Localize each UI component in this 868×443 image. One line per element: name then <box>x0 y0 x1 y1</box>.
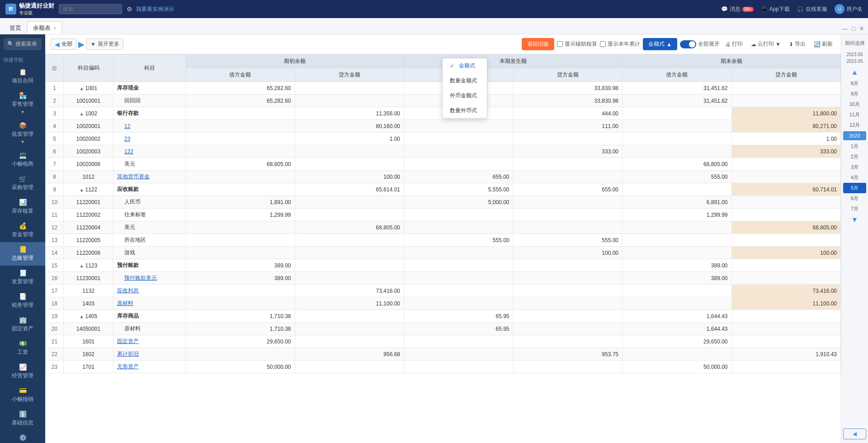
month-item[interactable]: 2月 <box>843 152 866 162</box>
month-item[interactable]: 5月 <box>843 183 866 193</box>
table-row-amount <box>623 285 732 297</box>
table-row-name[interactable]: 23 <box>113 133 186 145</box>
table-row-amount <box>513 323 623 335</box>
sidebar-item-basic-info[interactable]: ℹ️ 基础信息 <box>0 407 45 430</box>
th-settings[interactable]: ⚙ <box>46 55 64 82</box>
expand-more-btn[interactable]: ▼ 展开更多 <box>86 38 123 50</box>
table-row-num: 13 <box>46 234 64 247</box>
download-btn[interactable]: 📱 App下载 <box>761 5 790 13</box>
refresh-btn[interactable]: 🔄 刷新 <box>811 38 835 50</box>
table-row-amount <box>731 234 841 247</box>
window-maximize-btn[interactable]: □ <box>852 25 855 32</box>
tab-close-icon[interactable]: × <box>53 25 56 31</box>
table-row-amount <box>295 82 404 95</box>
export-btn[interactable]: ⬇ 导出 <box>786 38 808 50</box>
sidebar-search-btn[interactable]: 🔍 搜索菜单 <box>4 38 42 50</box>
table-row-amount <box>623 145 732 158</box>
sidebar-item-payroll[interactable]: 💵 工资 <box>0 336 45 360</box>
dropdown-item-qty-foreign[interactable]: 数量外币式 <box>443 103 487 118</box>
table-row-name[interactable]: 其他货币资金 <box>113 171 186 183</box>
table-row-amount: 33,830.98 <box>513 82 623 95</box>
dropdown-item-qty-amount[interactable]: 数量金额式 <box>443 73 487 88</box>
table-row-name[interactable]: 无形资产 <box>113 361 186 373</box>
table-row-amount: 50,000.00 <box>623 361 732 373</box>
amount-mode-dropdown: 金额式 数量金额式 外币金额式 数量外币式 <box>442 58 487 119</box>
table-row-amount <box>404 145 514 158</box>
table-row-name[interactable]: 固定资产 <box>113 335 186 348</box>
sidebar-item-operations[interactable]: 📈 经营管理 <box>0 360 45 383</box>
month-item[interactable]: 1月 <box>843 141 866 152</box>
month-item[interactable]: 2023 <box>843 131 866 140</box>
table-row-name[interactable]: 累计折旧 <box>113 348 186 361</box>
nav-down-btn[interactable]: ▼ <box>843 214 866 226</box>
tab-home[interactable]: 首页 <box>4 21 27 34</box>
expand-all-btn[interactable]: 全部展开 <box>680 40 720 48</box>
table-row-amount <box>513 196 623 209</box>
table-row-name[interactable]: 122 <box>113 145 186 158</box>
month-item[interactable]: 4月 <box>843 172 866 183</box>
table-row-num: 16 <box>46 272 64 285</box>
sidebar-item-retail[interactable]: 🏪 零售管理 ▼ <box>0 88 45 118</box>
message-btn[interactable]: 💬 消息 99+ <box>721 5 754 13</box>
system-icon: ⚙️ <box>19 434 27 441</box>
month-item[interactable]: 3月 <box>843 162 866 172</box>
table-row-amount <box>186 133 295 145</box>
table-row-amount: 73,416.00 <box>731 285 841 297</box>
sidebar-item-ledger[interactable]: 📒 总账管理 <box>0 242 45 266</box>
show-auxiliary-check[interactable]: 显示辅助核算 <box>557 40 597 48</box>
sidebar-item-assets[interactable]: 🏢 固定资产 <box>0 313 45 336</box>
month-item[interactable]: 7月 <box>843 204 866 214</box>
sidebar-item-wholesale[interactable]: 📦 批发管理 ▼ <box>0 118 45 148</box>
service-btn[interactable]: 🎧 在线客服 <box>797 5 827 13</box>
ytd-checkbox[interactable] <box>600 41 606 47</box>
month-item[interactable]: 9月 <box>843 89 866 99</box>
month-item[interactable]: 12月 <box>843 120 866 130</box>
table-row-name: 原材料 <box>113 323 186 335</box>
sidebar-item-expense[interactable]: 💳 小畅报销 <box>0 383 45 407</box>
breadcrumb-all-btn[interactable]: ◀ 全部 <box>51 38 76 50</box>
user-btn[interactable]: U 用户名 <box>835 4 863 14</box>
window-close-btn[interactable]: ✕ <box>859 25 864 32</box>
back-old-version-btn[interactable]: 退回旧版 <box>522 38 554 50</box>
sidebar-item-inventory[interactable]: 📊 库存核算 <box>0 195 45 219</box>
gear-icon[interactable]: ⚙ <box>127 5 132 13</box>
table-row-amount: 1,891.00 <box>186 196 295 209</box>
table-row-name[interactable]: 应收利息 <box>113 285 186 297</box>
sidebar-item-invoice[interactable]: 🧾 发票管理 <box>0 266 45 289</box>
expand-toggle[interactable] <box>680 40 696 48</box>
search-input[interactable] <box>59 4 122 14</box>
table-row-name[interactable]: 原材料 <box>113 297 186 310</box>
nav-up-btn[interactable]: ▲ <box>843 67 866 78</box>
print-btn[interactable]: 🖨 打印 <box>722 38 745 50</box>
contract-icon: 📋 <box>19 68 27 76</box>
sidebar-item-funds[interactable]: 💰 资金管理 <box>0 219 45 242</box>
sidebar-item-purchase[interactable]: 🛒 采购管理 <box>0 171 45 195</box>
auxiliary-checkbox[interactable] <box>557 41 563 47</box>
month-item[interactable]: 11月 <box>843 110 866 120</box>
tab-balance[interactable]: 余额表 × <box>27 21 62 34</box>
cloud-print-btn[interactable]: ☁ 云打印 ▼ <box>748 38 783 50</box>
table-row-name[interactable]: 12 <box>113 120 186 133</box>
month-item[interactable]: 8月 <box>843 78 866 89</box>
table-row-amount <box>404 209 514 221</box>
table-row-amount: 50,000.00 <box>186 361 295 373</box>
table-row-name[interactable]: 预付账款美元 <box>113 272 186 285</box>
collapse-panel-btn[interactable]: ◀ <box>843 429 866 439</box>
show-ytd-check[interactable]: 显示本年累计 <box>600 40 640 48</box>
sidebar-item-tax[interactable]: 📑 税务管理 <box>0 289 45 313</box>
table-row-amount <box>404 259 514 272</box>
table-row-amount <box>186 221 295 234</box>
demo-link[interactable]: 我要看实例演示 <box>136 5 174 13</box>
dropdown-item-foreign-amount[interactable]: 外币金额式 <box>443 88 487 103</box>
amount-mode-btn[interactable]: 金额式 ▲ <box>643 38 677 50</box>
table-row-amount <box>513 171 623 183</box>
dropdown-item-amount[interactable]: 金额式 <box>443 58 487 73</box>
month-item[interactable]: 10月 <box>843 99 866 110</box>
sidebar-item-contract[interactable]: 📋 项目合同 <box>0 65 45 88</box>
window-minimize-btn[interactable]: — <box>842 25 848 32</box>
table-settings-icon[interactable]: ⚙ <box>52 65 57 72</box>
month-item[interactable]: 6月 <box>843 193 866 204</box>
table-row-code: 11230001 <box>64 272 113 285</box>
sidebar-item-ecommerce[interactable]: 💻 小畅电商 <box>0 148 45 171</box>
sidebar-item-system[interactable]: ⚙️ 系统管理 <box>0 430 45 443</box>
